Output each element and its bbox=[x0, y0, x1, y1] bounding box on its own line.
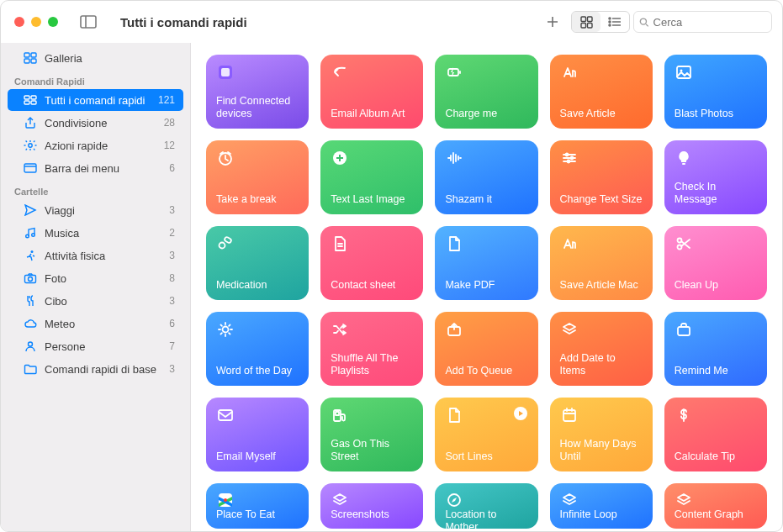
sidebar-item-comandi-rapidi-di-base[interactable]: Comandi rapidi di base 3 bbox=[8, 358, 183, 380]
sidebar-item-musica[interactable]: Musica 2 bbox=[8, 222, 183, 244]
svg-rect-6 bbox=[581, 23, 586, 28]
svg-rect-37 bbox=[677, 66, 690, 78]
svg-rect-16 bbox=[24, 53, 29, 57]
sidebar-item-label: Meteo bbox=[45, 318, 161, 330]
layers-icon bbox=[560, 492, 579, 508]
sidebar-item-viaggi[interactable]: Viaggi 3 bbox=[8, 199, 183, 221]
sidebar-item-cibo[interactable]: Cibo 3 bbox=[8, 290, 183, 312]
sidebar-item-azioni-rapide[interactable]: Azioni rapide 12 bbox=[8, 134, 183, 156]
shortcut-tile[interactable]: Word of the Day bbox=[206, 312, 309, 386]
shortcut-tile-label: Infinite Loop bbox=[560, 508, 643, 521]
svg-point-66 bbox=[224, 498, 227, 502]
svg-point-38 bbox=[680, 70, 682, 72]
grid-view-button[interactable] bbox=[572, 12, 600, 32]
fullscreen-window-button[interactable] bbox=[48, 17, 58, 27]
dollar-icon bbox=[675, 406, 693, 424]
shortcut-tile-label: Charge me bbox=[445, 108, 527, 120]
page-icon bbox=[445, 406, 463, 424]
sidebar-item-count: 8 bbox=[169, 272, 175, 284]
mail-icon bbox=[216, 406, 235, 424]
shortcut-tile[interactable]: Add To Queue bbox=[435, 312, 537, 386]
shortcut-tile-label: Email Myself bbox=[216, 450, 299, 463]
sidebar-item-count: 3 bbox=[169, 295, 175, 307]
shortcut-tile-label: Location to Mother bbox=[445, 508, 527, 531]
shortcut-tile[interactable]: Contact sheet bbox=[320, 226, 423, 300]
shortcut-tile[interactable]: Save Article Mac bbox=[550, 226, 653, 300]
shortcut-tile[interactable]: Clean Up bbox=[664, 226, 767, 300]
svg-point-45 bbox=[570, 157, 573, 160]
shortcut-tile[interactable]: Email Album Art bbox=[320, 55, 423, 129]
shortcut-tile[interactable]: Location to Mother bbox=[435, 483, 537, 529]
shortcut-tile-label: Gas On This Street bbox=[331, 438, 413, 463]
shortcut-tile[interactable]: Email Myself bbox=[206, 398, 309, 471]
sidebar-item-tutti-i-comandi-rapidi[interactable]: Tutti i comandi rapidi 121 bbox=[8, 89, 183, 111]
shortcut-tile-label: Add Date to Items bbox=[560, 352, 643, 377]
sidebar-item-count: 7 bbox=[169, 340, 175, 352]
search-field[interactable] bbox=[633, 11, 772, 33]
shortcut-tile[interactable]: Shazam it bbox=[435, 140, 537, 214]
sidebar-item-persone[interactable]: Persone 7 bbox=[8, 335, 183, 357]
close-window-button[interactable] bbox=[14, 17, 24, 27]
shortcut-tile[interactable]: Save Article bbox=[550, 55, 653, 129]
svg-point-29 bbox=[30, 250, 33, 253]
list-view-button[interactable] bbox=[600, 12, 629, 32]
shortcut-tile[interactable]: How Many Days Until bbox=[550, 398, 653, 471]
reply-icon bbox=[331, 63, 349, 82]
sidebar-item-attivit-fisica[interactable]: Attività fisica 3 bbox=[8, 245, 183, 266]
shortcut-tile[interactable]: Add Date to Items bbox=[550, 312, 653, 386]
shortcut-tile-label: Calculate Tip bbox=[675, 450, 757, 463]
minimize-window-button[interactable] bbox=[31, 17, 41, 27]
shortcut-tile-label: Shuffle All The Playlists bbox=[331, 352, 413, 377]
shortcut-tile[interactable]: Medication bbox=[206, 226, 309, 300]
add-shortcut-button[interactable] bbox=[537, 11, 568, 33]
font-icon bbox=[560, 63, 579, 82]
sidebar-item-meteo[interactable]: Meteo 6 bbox=[8, 313, 183, 334]
shortcut-tile-label: Contact sheet bbox=[331, 279, 413, 292]
sidebar-item-barra-dei-menu[interactable]: Barra dei menu 6 bbox=[8, 157, 183, 179]
shortcut-tile[interactable]: Charge me bbox=[435, 55, 537, 129]
clock-icon bbox=[216, 149, 235, 167]
search-input[interactable] bbox=[653, 16, 766, 29]
view-mode-segment bbox=[571, 11, 630, 33]
shortcut-tile[interactable]: Place To Eat bbox=[206, 483, 309, 529]
sun-icon bbox=[216, 320, 235, 339]
svg-rect-25 bbox=[24, 164, 36, 172]
shortcut-tile[interactable]: Sort Lines bbox=[435, 398, 537, 471]
shortcut-tile[interactable]: Find Connected devices bbox=[206, 55, 309, 129]
shortcut-tile-label: Place To Eat bbox=[216, 508, 299, 521]
sidebar-toggle-button[interactable] bbox=[80, 15, 97, 29]
shortcut-tile[interactable]: Calculate Tip bbox=[664, 398, 767, 471]
shortcut-tile[interactable]: Take a break bbox=[206, 140, 309, 214]
shortcut-tile[interactable]: Check In Message bbox=[664, 140, 767, 214]
shortcut-tile[interactable]: Remind Me bbox=[664, 312, 767, 386]
shortcut-tile[interactable]: Change Text Size bbox=[550, 140, 653, 214]
sidebar-item-count: 3 bbox=[169, 363, 175, 375]
sidebar-item-label: Cibo bbox=[45, 295, 161, 308]
toolbar-right bbox=[537, 11, 782, 33]
cal-icon bbox=[560, 406, 579, 424]
shortcut-tile[interactable]: Text Last Image bbox=[320, 140, 423, 214]
svg-rect-23 bbox=[31, 101, 36, 104]
shortcut-tile-label: Make PDF bbox=[445, 279, 527, 292]
sidebar-item-count: 3 bbox=[169, 250, 175, 261]
sidebar-item-galleria[interactable]: Galleria bbox=[8, 47, 183, 69]
play-icon bbox=[513, 406, 528, 421]
shortcut-tile[interactable]: Gas On This Street bbox=[320, 398, 423, 471]
svg-rect-7 bbox=[587, 23, 592, 28]
sidebar-item-foto[interactable]: Foto 8 bbox=[8, 267, 183, 289]
shortcut-tile[interactable]: Blast Photos bbox=[664, 55, 767, 129]
sidebar-item-label: Comandi rapidi di base bbox=[45, 363, 161, 376]
shortcut-tile-label: Email Album Art bbox=[331, 108, 413, 120]
sidebar-item-condivisione[interactable]: Condivisione 28 bbox=[8, 112, 183, 134]
shortcut-tile[interactable]: Shuffle All The Playlists bbox=[320, 312, 423, 386]
svg-rect-59 bbox=[336, 412, 339, 415]
layers-icon bbox=[675, 492, 693, 508]
shortcut-tile[interactable]: Screenshots bbox=[320, 483, 423, 529]
search-icon bbox=[639, 17, 649, 28]
share-icon bbox=[23, 117, 37, 129]
shortcut-tile[interactable]: Content Graph bbox=[664, 483, 767, 529]
bulb-icon bbox=[675, 149, 693, 167]
shortcut-tile[interactable]: Make PDF bbox=[435, 226, 537, 300]
shortcut-tile-label: Sort Lines bbox=[445, 450, 527, 463]
shortcut-tile[interactable]: Infinite Loop bbox=[550, 483, 653, 529]
